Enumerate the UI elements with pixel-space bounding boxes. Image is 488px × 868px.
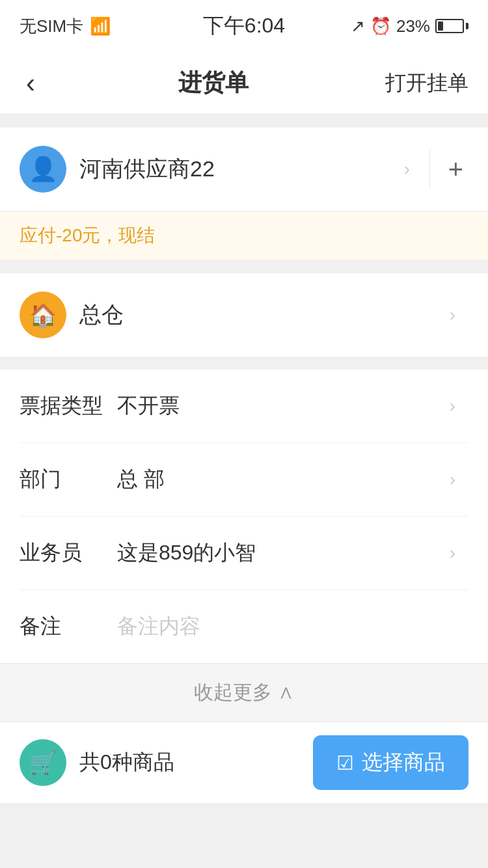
salesperson-value: 这是859的小智 (111, 539, 450, 567)
product-count-text: 共0种商品 (79, 748, 313, 777)
select-product-icon: ☑ (336, 752, 354, 774)
product-count-icon: 🛒 (20, 739, 66, 786)
nav-bar: ‹ 进货单 打开挂单 (0, 52, 488, 115)
carrier-text: 无SIM卡 (20, 15, 83, 38)
battery-fill (438, 21, 443, 31)
remark-label: 备注 (20, 612, 111, 641)
person-icon: 👤 (29, 156, 58, 183)
warehouse-name: 总仓 (79, 300, 450, 330)
warehouse-icon: 🏠 (20, 292, 66, 338)
home-icon: 🏠 (29, 302, 57, 328)
location-icon: ↗ (351, 16, 365, 36)
select-product-button[interactable]: ☑ 选择商品 (313, 735, 468, 790)
status-time: 下午6:04 (203, 12, 285, 40)
warehouse-section: 🏠 总仓 › (0, 273, 488, 357)
salesperson-row[interactable]: 业务员 这是859的小智 › (0, 517, 488, 590)
department-value: 总 部 (111, 465, 450, 494)
battery-bar (435, 19, 464, 33)
bottom-bar: 🛒 共0种商品 ☑ 选择商品 (0, 722, 488, 803)
invoice-type-value: 不开票 (111, 392, 450, 420)
invoice-chevron-icon: › (450, 396, 455, 416)
department-chevron-icon: › (450, 469, 455, 490)
select-product-label: 选择商品 (362, 748, 445, 777)
warehouse-chevron-icon: › (450, 305, 455, 325)
section-divider-1 (0, 115, 488, 128)
section-divider-2 (0, 260, 488, 273)
section-divider-3 (0, 357, 488, 370)
content-background (0, 803, 488, 868)
remark-placeholder: 备注内容 (111, 612, 468, 641)
battery-box (435, 19, 468, 33)
salesperson-chevron-icon: › (450, 543, 455, 563)
chevron-right-icon: › (404, 159, 410, 180)
form-section: 票据类型 不开票 › 部门 总 部 › 业务员 这是859的小智 › 备注 备注… (0, 370, 488, 722)
invoice-type-row[interactable]: 票据类型 不开票 › (0, 370, 488, 442)
page-title: 进货单 (178, 67, 249, 99)
status-right: ↗ ⏰ 23% (351, 16, 468, 36)
avatar: 👤 (20, 146, 66, 193)
supplier-section: 👤 河南供应商22 › + 应付-20元，现结 (0, 128, 488, 260)
supplier-name: 河南供应商22 (79, 154, 404, 184)
collapse-text: 收起更多 ∧ (194, 679, 293, 706)
status-left: 无SIM卡 📶 (20, 15, 111, 38)
alarm-icon: ⏰ (370, 16, 391, 36)
supplier-row[interactable]: 👤 河南供应商22 › + (0, 128, 488, 211)
cart-icon: 🛒 (29, 750, 57, 776)
wifi-icon: 📶 (90, 16, 111, 36)
notice-bar: 应付-20元，现结 (0, 211, 488, 260)
notice-text: 应付-20元，现结 (20, 225, 155, 245)
invoice-type-label: 票据类型 (20, 392, 111, 420)
battery-text: 23% (396, 16, 430, 36)
collapse-row[interactable]: 收起更多 ∧ (0, 663, 488, 722)
department-label: 部门 (20, 465, 111, 494)
status-bar: 无SIM卡 📶 下午6:04 ↗ ⏰ 23% (0, 0, 488, 52)
open-pending-button[interactable]: 打开挂单 (385, 69, 468, 98)
department-row[interactable]: 部门 总 部 › (0, 443, 488, 516)
remark-row[interactable]: 备注 备注内容 (0, 590, 488, 663)
battery-tip (466, 23, 468, 29)
back-button[interactable]: ‹ (20, 61, 42, 105)
add-button[interactable]: + (429, 150, 468, 189)
salesperson-label: 业务员 (20, 539, 111, 567)
warehouse-row[interactable]: 🏠 总仓 › (0, 273, 488, 357)
